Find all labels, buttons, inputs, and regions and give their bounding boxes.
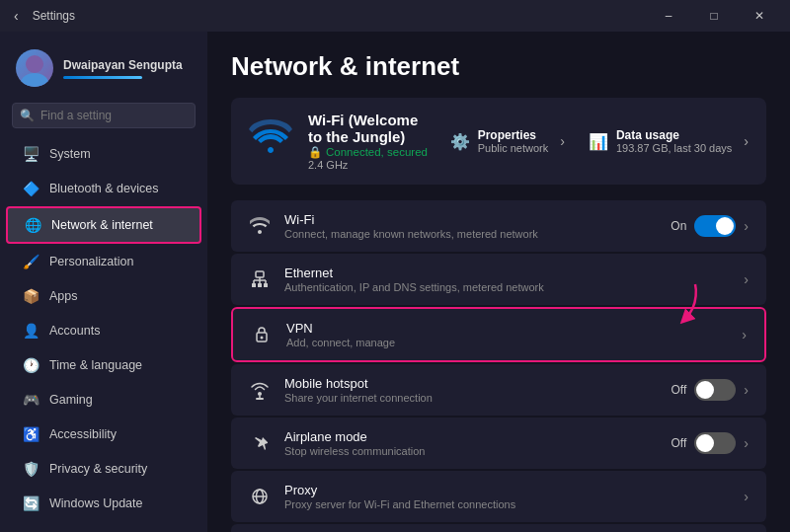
properties-icon: ⚙️ bbox=[450, 132, 470, 151]
titlebar: ‹ Settings – □ ✕ bbox=[0, 0, 790, 32]
setting-row-ethernet[interactable]: Ethernet Authentication, IP and DNS sett… bbox=[231, 254, 766, 305]
apps-icon: 📦 bbox=[22, 287, 40, 305]
wifi-info: Wi-Fi (Welcome to the Jungle) 🔒 Connecte… bbox=[308, 112, 434, 171]
setting-row-wifi[interactable]: Wi-Fi Connect, manage known networks, me… bbox=[231, 200, 766, 252]
sidebar-item-label: Network & internet bbox=[51, 218, 153, 232]
sidebar-item-accounts[interactable]: 👤 Accounts bbox=[6, 314, 201, 347]
vpn-chevron: › bbox=[742, 327, 747, 342]
setting-row-vpn[interactable]: VPN Add, connect, manage › bbox=[231, 307, 766, 362]
app-body: Dwaipayan Sengupta 🔍 🖥️ System 🔷 Bluetoo… bbox=[0, 32, 790, 532]
page-title: Network & internet bbox=[231, 51, 766, 82]
hotspot-icon bbox=[249, 379, 271, 401]
privacy-icon: 🛡️ bbox=[22, 460, 40, 478]
search-input[interactable] bbox=[12, 103, 196, 128]
sidebar-item-network[interactable]: 🌐 Network & internet bbox=[6, 206, 201, 244]
back-button[interactable]: ‹ bbox=[8, 4, 25, 28]
accessibility-icon: ♿ bbox=[22, 425, 40, 443]
airplane-icon bbox=[249, 432, 271, 454]
avatar bbox=[16, 49, 53, 87]
proxy-chevron: › bbox=[744, 489, 749, 504]
data-usage-icon: 📊 bbox=[589, 132, 608, 151]
airplane-status-text: Off bbox=[672, 436, 687, 450]
airplane-chevron: › bbox=[744, 435, 749, 451]
vpn-controls: › bbox=[742, 327, 747, 342]
minimize-button[interactable]: – bbox=[646, 0, 691, 32]
airplane-toggle[interactable] bbox=[694, 432, 736, 454]
data-usage-prop[interactable]: 📊 Data usage 193.87 GB, last 30 days › bbox=[589, 128, 749, 154]
wifi-status-text: On bbox=[671, 219, 686, 233]
properties-text: Properties Public network bbox=[478, 128, 549, 154]
wifi-chevron: › bbox=[744, 218, 749, 234]
accounts-icon: 👤 bbox=[22, 322, 40, 340]
bluetooth-icon: 🔷 bbox=[22, 180, 40, 197]
sidebar-item-label: Accessibility bbox=[49, 427, 117, 441]
system-icon: 🖥️ bbox=[22, 145, 40, 163]
svg-rect-14 bbox=[256, 398, 264, 400]
setting-wifi-text: Wi-Fi Connect, manage known networks, me… bbox=[284, 212, 657, 240]
sidebar-item-apps[interactable]: 📦 Apps bbox=[6, 279, 201, 313]
wifi-large-icon bbox=[249, 119, 292, 164]
setting-row-hotspot[interactable]: Mobile hotspot Share your internet conne… bbox=[231, 364, 766, 416]
svg-rect-9 bbox=[258, 283, 262, 287]
wifi-frequency: 2.4 GHz bbox=[308, 159, 434, 171]
properties-chevron: › bbox=[560, 133, 565, 149]
setting-airplane-text: Airplane mode Stop wireless communicatio… bbox=[284, 429, 658, 457]
sidebar-item-time[interactable]: 🕐 Time & language bbox=[6, 348, 201, 382]
properties-prop[interactable]: ⚙️ Properties Public network › bbox=[450, 128, 565, 154]
hotspot-toggle[interactable] bbox=[694, 379, 736, 401]
titlebar-left: ‹ Settings bbox=[8, 4, 75, 28]
gaming-icon: 🎮 bbox=[22, 391, 40, 409]
hotspot-chevron: › bbox=[744, 382, 749, 398]
sidebar-item-personalization[interactable]: 🖌️ Personalization bbox=[6, 245, 201, 278]
search-icon: 🔍 bbox=[20, 109, 35, 122]
ethernet-controls: › bbox=[744, 271, 749, 287]
ethernet-icon bbox=[249, 268, 271, 290]
vpn-icon bbox=[251, 324, 273, 345]
svg-rect-10 bbox=[264, 283, 268, 287]
setting-ethernet-text: Ethernet Authentication, IP and DNS sett… bbox=[284, 266, 730, 293]
setting-row-airplane[interactable]: Airplane mode Stop wireless communicatio… bbox=[231, 418, 766, 469]
sidebar-item-label: Privacy & security bbox=[49, 462, 147, 476]
sidebar: Dwaipayan Sengupta 🔍 🖥️ System 🔷 Bluetoo… bbox=[0, 32, 207, 532]
maximize-button[interactable]: □ bbox=[691, 0, 737, 32]
sidebar-item-label: Bluetooth & devices bbox=[49, 182, 159, 195]
svg-rect-2 bbox=[256, 271, 264, 277]
update-icon: 🔄 bbox=[22, 494, 40, 512]
wifi-controls: On › bbox=[671, 215, 749, 237]
network-icon: 🌐 bbox=[24, 216, 41, 234]
wifi-icon bbox=[249, 215, 271, 237]
sidebar-item-system[interactable]: 🖥️ System bbox=[6, 137, 201, 171]
sidebar-item-bluetooth[interactable]: 🔷 Bluetooth & devices bbox=[6, 172, 201, 205]
hotspot-controls: Off › bbox=[672, 379, 749, 401]
content-area: Network & internet Wi-Fi (Welcome to the… bbox=[207, 32, 790, 532]
setting-row-dialup[interactable]: Dial-up Set up a dial-up internet connec… bbox=[231, 524, 766, 532]
setting-row-proxy[interactable]: Proxy Proxy server for Wi-Fi and Etherne… bbox=[231, 471, 766, 522]
sidebar-item-accessibility[interactable]: ♿ Accessibility bbox=[6, 418, 201, 451]
sidebar-item-label: Gaming bbox=[49, 393, 93, 407]
sidebar-item-update[interactable]: 🔄 Windows Update bbox=[6, 487, 201, 520]
titlebar-controls: – □ ✕ bbox=[646, 0, 782, 32]
banner-properties: ⚙️ Properties Public network › 📊 Data us… bbox=[450, 128, 749, 154]
wifi-toggle[interactable] bbox=[694, 215, 736, 237]
user-name: Dwaipayan Sengupta bbox=[63, 57, 183, 74]
user-profile[interactable]: Dwaipayan Sengupta bbox=[0, 39, 207, 103]
user-info: Dwaipayan Sengupta bbox=[63, 57, 183, 80]
svg-point-12 bbox=[261, 337, 264, 340]
close-button[interactable]: ✕ bbox=[737, 0, 782, 32]
wifi-banner[interactable]: Wi-Fi (Welcome to the Jungle) 🔒 Connecte… bbox=[231, 98, 766, 185]
svg-rect-8 bbox=[252, 283, 256, 287]
sidebar-item-gaming[interactable]: 🎮 Gaming bbox=[6, 383, 201, 417]
settings-list: Wi-Fi Connect, manage known networks, me… bbox=[231, 200, 766, 532]
data-usage-chevron: › bbox=[744, 133, 749, 149]
sidebar-item-privacy[interactable]: 🛡️ Privacy & security bbox=[6, 452, 201, 486]
setting-proxy-text: Proxy Proxy server for Wi-Fi and Etherne… bbox=[284, 483, 730, 510]
setting-hotspot-text: Mobile hotspot Share your internet conne… bbox=[284, 376, 658, 404]
search-box: 🔍 bbox=[12, 103, 196, 128]
hotspot-status-text: Off bbox=[672, 383, 687, 397]
time-icon: 🕐 bbox=[22, 356, 40, 374]
sidebar-item-label: System bbox=[49, 147, 91, 161]
proxy-icon bbox=[249, 486, 271, 507]
setting-vpn-text: VPN Add, connect, manage bbox=[286, 321, 728, 348]
sidebar-item-label: Personalization bbox=[49, 255, 133, 268]
data-usage-text: Data usage 193.87 GB, last 30 days bbox=[616, 128, 732, 154]
